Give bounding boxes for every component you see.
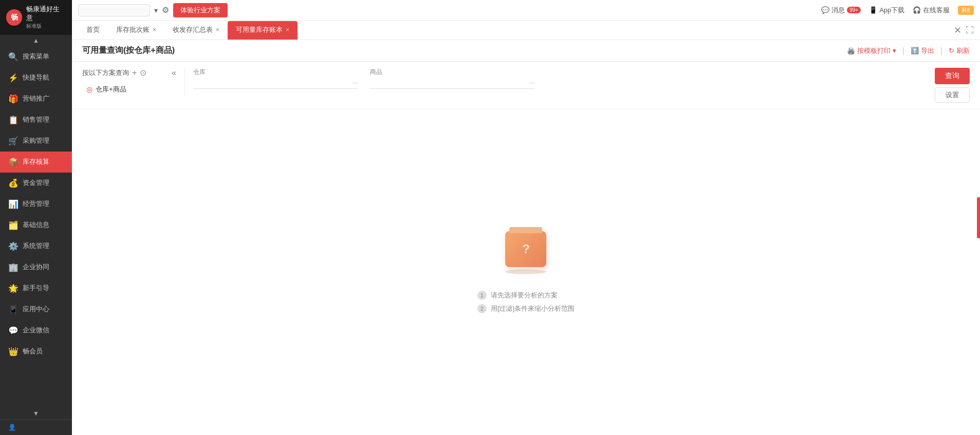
- sales-icon: 📋: [8, 115, 19, 125]
- add-icon: +: [132, 68, 137, 77]
- gear-icon: ⚙: [162, 6, 169, 14]
- tab-batch-ledger-close[interactable]: ×: [153, 26, 156, 33]
- member-icon: 👑: [8, 347, 19, 356]
- tab-available-ledger[interactable]: 可用量库存账本 ×: [228, 21, 298, 40]
- sidebar-item-inventory[interactable]: 📦 库存核算: [0, 152, 72, 173]
- sidebar-item-sales[interactable]: 📋 销售管理: [0, 109, 72, 130]
- sidebar-item-quick-nav[interactable]: ⚡ 快捷导航: [0, 67, 72, 88]
- filter-area: 按以下方案查询 + ⊙ « ◎ 仓库+商品 仓库: [72, 62, 980, 109]
- tab-home-label: 首页: [86, 25, 100, 34]
- service-icon: 🎧: [913, 6, 921, 14]
- purchase-icon: 🛒: [8, 136, 19, 146]
- sidebar-edition: 标准版: [26, 23, 66, 30]
- online-service-button[interactable]: 🎧 在线客服: [913, 6, 950, 15]
- sidebar-item-label: 销售管理: [23, 115, 49, 124]
- tip-2-number: 2: [477, 304, 487, 313]
- product-input[interactable]: [370, 79, 529, 86]
- dropdown-arrow-button[interactable]: ▾: [154, 6, 158, 14]
- finance-icon: 💰: [8, 178, 19, 188]
- collapse-button[interactable]: «: [172, 68, 176, 78]
- sidebar-item-apps[interactable]: 📱 应用中心: [0, 299, 72, 320]
- product-more-button[interactable]: ···: [529, 79, 534, 86]
- message-button[interactable]: 💬 消息 99+: [821, 6, 861, 15]
- industry-solution-button[interactable]: 体验行业方案: [173, 3, 228, 17]
- apps-icon: 📱: [8, 305, 19, 314]
- tab-receipt-summary[interactable]: 收发存汇总表 ×: [164, 21, 228, 40]
- sidebar-item-system[interactable]: ⚙️ 系统管理: [0, 236, 72, 257]
- print-action[interactable]: 🖨️ 按模板打印 ▾: [847, 46, 896, 55]
- sidebar-footer[interactable]: 👤: [0, 419, 72, 435]
- sidebar-item-basic[interactable]: 🗂️ 基础信息: [0, 215, 72, 236]
- tab-bar: 首页 库存批次账 × 收发存汇总表 × 可用量库存账本 × ✕ ⛶: [72, 21, 980, 40]
- top-bar-right: 💬 消息 99+ 📱 App下载 🎧 在线客服 Rit: [821, 6, 974, 15]
- search-icon: 🔍: [8, 52, 19, 62]
- action-buttons: 查询 设置: [935, 68, 970, 103]
- sidebar-item-guide[interactable]: 🌟 新手引导: [0, 278, 72, 299]
- sidebar-item-label: 基础信息: [23, 220, 49, 230]
- export-label: 导出: [921, 46, 934, 55]
- page-header: 可用量查询(按仓库+商品) 🖨️ 按模板打印 ▾ | ⬆️ 导出 | ↻ 刷新: [72, 40, 980, 62]
- warehouse-filter-field: 仓库 ···: [193, 68, 358, 89]
- tab-bar-close-button[interactable]: ✕: [954, 25, 961, 36]
- sidebar-scroll-up[interactable]: ▲: [0, 35, 72, 46]
- sidebar-item-label: 应用中心: [23, 305, 49, 314]
- print-icon: 🖨️: [847, 47, 855, 54]
- filter-scheme-title: 按以下方案查询: [82, 68, 129, 78]
- query-button[interactable]: 查询: [935, 68, 970, 84]
- sidebar-item-enterprise[interactable]: 🏢 企业协同: [0, 257, 72, 278]
- empty-shadow: [505, 269, 546, 274]
- sidebar-item-label: 快捷导航: [23, 73, 49, 82]
- tab-home[interactable]: 首页: [78, 21, 108, 40]
- tab-receipt-summary-label: 收发存汇总表: [173, 25, 213, 34]
- sidebar-item-finance[interactable]: 💰 资金管理: [0, 173, 72, 194]
- scheme-warehouse-product[interactable]: ◎ 仓库+商品: [82, 82, 176, 97]
- page-content: 可用量查询(按仓库+商品) 🖨️ 按模板打印 ▾ | ⬆️ 导出 | ↻ 刷新: [72, 40, 980, 435]
- app-download-button[interactable]: 📱 App下载: [869, 6, 904, 15]
- sidebar-item-label: 营销推广: [23, 94, 49, 103]
- add-scheme-button[interactable]: +: [132, 68, 137, 78]
- tab-receipt-summary-close[interactable]: ×: [216, 26, 219, 33]
- sidebar-item-label: 畅会员: [23, 347, 43, 356]
- empty-tip-1: 1 请先选择要分析的方案: [477, 291, 575, 300]
- empty-tip-2: 2 用[过滤]条件来缩小分析范围: [477, 304, 575, 313]
- filter-fields: 仓库 ··· 商品 ···: [193, 68, 927, 89]
- sidebar-item-wechat[interactable]: 💬 企业微信: [0, 320, 72, 341]
- tab-available-ledger-close[interactable]: ×: [286, 26, 289, 33]
- user-avatar[interactable]: Rit: [958, 6, 974, 15]
- settings-button[interactable]: 设置: [935, 87, 970, 103]
- warehouse-input[interactable]: [193, 79, 353, 86]
- sidebar: 畅 畅康通好生意 标准版 ▲ 🔍 搜索菜单 ⚡ 快捷导航 🎁 营销推广 📋 销售…: [0, 0, 72, 435]
- sidebar-item-purchase[interactable]: 🛒 采购管理: [0, 130, 72, 152]
- service-label: 在线客服: [923, 6, 950, 15]
- sidebar-item-operations[interactable]: 📊 经营管理: [0, 194, 72, 215]
- quicknav-icon: ⚡: [8, 73, 19, 83]
- product-label: 商品: [370, 68, 534, 77]
- sidebar-item-marketing[interactable]: 🎁 营销推广: [0, 88, 72, 109]
- sidebar-header: 畅 畅康通好生意 标准版: [0, 0, 72, 35]
- empty-image: [500, 231, 551, 282]
- refresh-icon: ↻: [949, 47, 954, 54]
- gear-button[interactable]: ⚙: [162, 5, 169, 15]
- empty-content: 1 请先选择要分析的方案 2 用[过滤]条件来缩小分析范围: [477, 231, 575, 313]
- config-icon: ⊙: [140, 68, 146, 77]
- sidebar-scroll-down[interactable]: ▼: [0, 408, 72, 419]
- top-bar: ▾ ⚙ 体验行业方案 💬 消息 99+ 📱 App下载 🎧 在线客服 Rit: [72, 0, 980, 21]
- tab-batch-ledger[interactable]: 库存批次账 ×: [108, 21, 164, 40]
- config-scheme-button[interactable]: ⊙: [140, 68, 146, 78]
- scheme-label: 仓库+商品: [96, 85, 126, 94]
- tab-bar-expand-button[interactable]: ⛶: [966, 26, 974, 35]
- search-input[interactable]: [78, 4, 150, 16]
- message-badge: 99+: [847, 7, 861, 13]
- sidebar-item-member[interactable]: 👑 畅会员: [0, 341, 72, 362]
- filter-row: 仓库 ··· 商品 ···: [193, 68, 927, 89]
- tab-available-ledger-label: 可用量库存账本: [236, 25, 283, 34]
- sidebar-item-search[interactable]: 🔍 搜索菜单: [0, 46, 72, 67]
- refresh-action[interactable]: ↻ 刷新: [949, 46, 970, 55]
- marketing-icon: 🎁: [8, 94, 19, 104]
- scheme-icon: ◎: [86, 85, 93, 93]
- warehouse-more-button[interactable]: ···: [353, 79, 358, 86]
- tab-bar-right: ✕ ⛶: [954, 25, 974, 36]
- print-dropdown-icon[interactable]: ▾: [893, 47, 896, 54]
- export-action[interactable]: ⬆️ 导出: [911, 46, 934, 55]
- page-title: 可用量查询(按仓库+商品): [82, 45, 175, 56]
